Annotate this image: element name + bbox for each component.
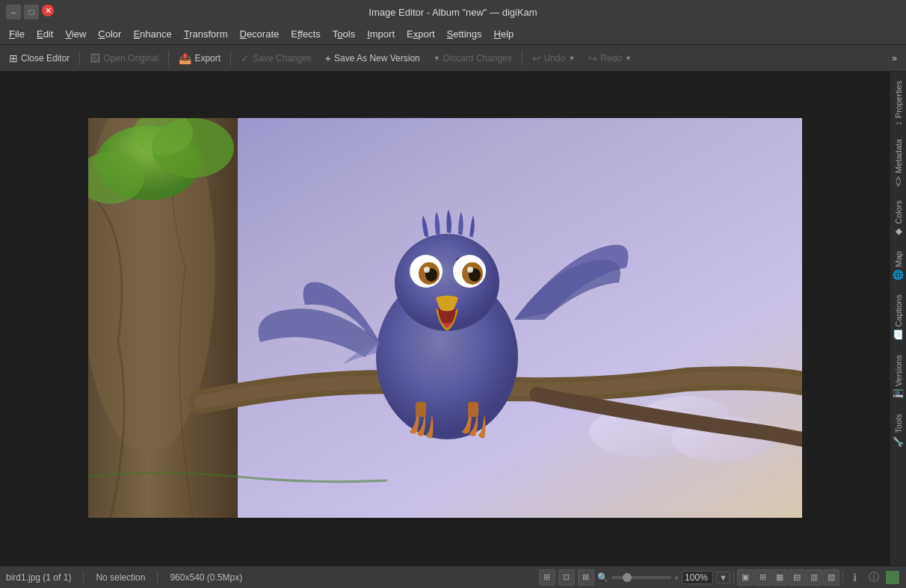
color-swatch[interactable] [885,570,900,585]
image-container [88,118,802,520]
view-mode-3-button[interactable]: ▦ [771,569,788,586]
close-editor-button[interactable]: ⊞ Close Editor [3,50,76,66]
redo-icon: ↪ [588,52,597,64]
menu-tools[interactable]: Tools [327,27,361,41]
maximize-button[interactable]: □ [24,4,39,19]
toolbar-separator-4 [522,51,523,66]
menu-file[interactable]: File [3,27,31,41]
svg-rect-21 [468,402,478,417]
open-original-button[interactable]: 🖼 Open Original [84,50,164,66]
save-new-version-button[interactable]: + Save As New Version [319,50,426,66]
status-sep-3 [733,572,734,584]
menu-help[interactable]: Help [488,27,520,41]
versions-icon: 📷 [893,389,904,400]
export-button[interactable]: 📤 Export [173,50,226,66]
zoom-controls: ⊞ ⊡ ⊠ 🔍 + 100% ▼ ▣ ⊞ ▦ ▤ ▥ ▧ ℹ ⓘ [539,569,900,586]
actual-size-button[interactable]: ⊠ [578,569,594,586]
panel-tab-captions[interactable]: 📄 Captions [891,288,906,347]
close-editor-icon: ⊞ [9,52,18,64]
histogram-button[interactable]: ⓘ [866,569,882,586]
minimize-button[interactable]: – [6,4,21,19]
view-mode-2-button[interactable]: ⊞ [754,569,771,586]
toolbar: ⊞ Close Editor 🖼 Open Original 📤 Export … [0,45,906,72]
menu-import[interactable]: Import [361,27,401,41]
toolbar-overflow-icon: » [892,53,897,64]
titlebar-window-controls: – □ ✕ [6,4,54,19]
panel-tab-properties[interactable]: ↕ Properties [891,75,906,131]
discard-changes-button[interactable]: ▼ Discard Changes [428,51,518,66]
main-area: ↕ Properties <> Metadata ◆ Colors 🌐 Map … [0,72,906,566]
toolbar-separator-1 [79,51,80,66]
panel-tab-colors[interactable]: ◆ Colors [891,194,906,244]
map-icon: 🌐 [893,270,904,281]
exif-info-button[interactable]: ℹ [846,569,863,586]
right-panel: ↕ Properties <> Metadata ◆ Colors 🌐 Map … [890,72,906,566]
main-image [88,118,802,518]
panel-tab-metadata[interactable]: <> Metadata [891,133,906,193]
toolbar-separator-2 [168,51,169,66]
toolbar-overflow-button[interactable]: » [886,51,903,66]
discard-dropdown-arrow: ▼ [434,55,440,62]
properties-icon: ↕ [893,121,904,126]
panel-tab-versions[interactable]: 📷 Versions [891,349,906,406]
canvas-area[interactable] [0,72,890,566]
menu-enhance[interactable]: Enhance [127,27,177,41]
svg-point-19 [467,267,473,273]
status-selection: No selection [96,572,145,583]
view-mode-4-button[interactable]: ▤ [789,569,805,586]
titlebar: – □ ✕ Image Editor - Album "new" — digiK… [0,0,906,24]
menu-decorate[interactable]: Decorate [234,27,286,41]
close-button[interactable]: ✕ [42,4,54,16]
save-changes-icon: ✓ [241,52,250,64]
zoom-minus-icon: 🔍 [597,572,608,583]
status-sep-4 [842,572,843,584]
undo-button[interactable]: ↩ Undo ▼ [526,50,582,66]
svg-rect-20 [416,402,426,417]
fit-to-window-button[interactable]: ⊞ [539,569,555,586]
menu-view[interactable]: View [59,27,92,41]
window-title: Image Editor - Album "new" — digiKam [54,7,852,18]
toolbar-separator-3 [230,51,231,66]
tools-icon: 🔧 [893,436,904,448]
zoom-dropdown-button[interactable]: ▼ [716,572,730,584]
menu-edit[interactable]: Edit [31,27,59,41]
panel-tab-tools[interactable]: 🔧 Tools [891,408,906,454]
redo-button[interactable]: ↪ Redo ▼ [582,50,638,66]
export-icon: 📤 [179,52,191,64]
captions-icon: 📄 [893,330,904,341]
colors-icon: ◆ [893,227,904,238]
menubar: File Edit View Color Enhance Transform D… [0,24,906,45]
zoom-slider[interactable] [611,576,671,579]
statusbar: bird1.jpg (1 of 1) No selection 960x540 … [0,566,906,588]
status-dimensions: 960x540 (0.5Mpx) [170,572,242,583]
save-new-version-icon: + [325,52,331,64]
menu-export[interactable]: Export [401,27,441,41]
menu-transform[interactable]: Transform [178,27,234,41]
view-mode-5-button[interactable]: ▥ [806,569,822,586]
panel-tab-map[interactable]: 🌐 Map [891,245,906,287]
view-mode-1-button[interactable]: ▣ [737,569,754,586]
svg-point-18 [424,267,430,273]
status-sep-1 [83,572,84,584]
view-mode-buttons: ▣ ⊞ ▦ ▤ ▥ ▧ [737,569,839,586]
menu-effects[interactable]: Effects [285,27,327,41]
menu-color[interactable]: Color [92,27,127,41]
menu-settings[interactable]: Settings [441,27,488,41]
redo-dropdown-arrow: ▼ [625,55,632,62]
metadata-icon: <> [893,176,904,187]
save-changes-button[interactable]: ✓ Save Changes [235,50,318,66]
zoom-to-selection-button[interactable]: ⊡ [558,569,575,586]
open-original-icon: 🖼 [90,52,100,64]
status-filename: bird1.jpg (1 of 1) [6,572,71,583]
zoom-plus-icon: + [674,573,679,582]
undo-dropdown-arrow: ▼ [568,55,575,62]
zoom-input[interactable]: 100% [682,571,713,584]
status-sep-2 [157,572,158,584]
view-mode-6-button[interactable]: ▧ [823,569,839,586]
undo-icon: ↩ [532,52,541,64]
